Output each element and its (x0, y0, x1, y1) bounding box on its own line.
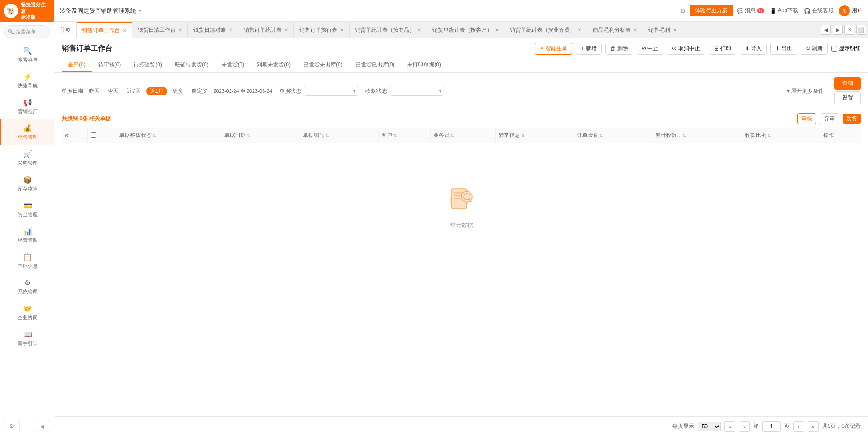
tab-close-icon[interactable]: ✕ (229, 28, 232, 33)
sidebar-item-system[interactable]: ⚙系统管理 (0, 274, 54, 300)
tabs-right-button[interactable]: ▶ (833, 25, 843, 35)
tab-close-icon[interactable]: ✕ (178, 28, 182, 33)
date-option-自定义[interactable]: 自定义 (189, 86, 211, 96)
date-option-近1月[interactable]: 近1月 (146, 87, 168, 95)
online-service-button[interactable]: 🎧 在线客服 (804, 7, 834, 14)
col-header-abnormal[interactable]: 异常信息⇅ (495, 128, 574, 143)
prev-page-button[interactable]: ‹ (739, 421, 750, 432)
tab-cargo-product[interactable]: 销货单统计表（按商品）✕ (350, 22, 427, 38)
date-option-近7天[interactable]: 近7天 (124, 86, 144, 96)
first-page-button[interactable]: « (724, 421, 735, 432)
col-header-customer[interactable]: 客户⇅ (378, 128, 430, 143)
sidebar-collapse-button[interactable]: ◀ (34, 420, 50, 432)
smart-create-button[interactable]: ✦ 智能生单 (535, 43, 572, 55)
payment-select[interactable] (390, 86, 444, 96)
sidebar-item-operation[interactable]: 📊经营管理 (0, 223, 54, 248)
sort-icon[interactable]: ⇅ (451, 133, 454, 138)
cancel-stop-button[interactable]: ⊘ 取消中止 (667, 43, 705, 55)
audit-button[interactable]: 审核 (797, 113, 816, 124)
tabs-close-all-button[interactable]: ✕ (844, 25, 854, 35)
print-button[interactable]: 🖨 打印 (709, 43, 736, 55)
sidebar-item-purchase[interactable]: 🛒采购管理 (0, 145, 54, 171)
tab-cash-daily[interactable]: 钱货日清工作台✕ (132, 22, 188, 38)
col-header-staff[interactable]: 业务员⇅ (430, 128, 495, 143)
last-page-button[interactable]: » (808, 421, 819, 432)
sidebar-item-guide[interactable]: 📖新手引导 (0, 326, 54, 351)
sort-icon[interactable]: ⇅ (599, 133, 603, 138)
tab-cash-reconcile[interactable]: 钱货日清对账✕ (188, 22, 238, 38)
add-button[interactable]: + 新增 (576, 43, 601, 55)
export-button[interactable]: ⬇ 导出 (770, 43, 797, 55)
sidebar-item-finance[interactable]: 💳资金管理 (0, 197, 54, 223)
tab-gross-profit[interactable]: 商品毛利分析表✕ (587, 22, 643, 38)
page-number-input[interactable] (762, 421, 781, 432)
tab-close-icon[interactable]: ✕ (123, 28, 126, 33)
date-option-昨天[interactable]: 昨天 (86, 86, 102, 96)
sub-tab-shipped-not-out[interactable]: 已发货未出库(0) (297, 58, 349, 72)
tabs-left-button[interactable]: ◀ (821, 25, 831, 35)
tab-close-icon[interactable]: ✕ (633, 28, 637, 33)
settings-col-icon[interactable]: ⚙ (64, 133, 69, 139)
next-page-button[interactable]: › (793, 421, 804, 432)
tab-close-icon[interactable]: ✕ (284, 28, 288, 33)
sort-icon[interactable]: ⇅ (393, 133, 397, 138)
import-button[interactable]: ⬆ 导入 (740, 43, 767, 55)
refresh-button[interactable]: ↻ 刷新 (801, 43, 828, 55)
sort-icon[interactable]: ⇅ (153, 133, 156, 138)
sub-tab-pending-review[interactable]: 待审核(0) (92, 58, 128, 72)
sub-tab-wangpu-ship[interactable]: 旺铺待发货(0) (168, 58, 215, 72)
sidebar-item-inventory[interactable]: 📦库存核算 (0, 171, 54, 197)
tab-close-icon[interactable]: ✕ (495, 28, 499, 33)
ship-button[interactable]: 发货 (843, 114, 861, 124)
sidebar-item-sales[interactable]: 💰销售管理 (0, 119, 54, 145)
tab-close-icon[interactable]: ✕ (578, 28, 581, 33)
sub-tab-shipped-out[interactable]: 已发货已出库(0) (349, 58, 401, 72)
search-menu-button[interactable]: 🔍 搜索菜单 (4, 25, 50, 38)
tab-sales-order[interactable]: 销售订单工作台✕ (77, 22, 132, 38)
date-option-今天[interactable]: 今天 (105, 86, 121, 96)
app-download-button[interactable]: 📱 App下载 (770, 7, 798, 14)
sort-icon[interactable]: ⇅ (521, 133, 525, 138)
sidebar-item-search[interactable]: 🔍搜索菜单 (0, 42, 54, 68)
sub-tab-not-printed[interactable]: 未打印单据(0) (401, 58, 447, 72)
message-button[interactable]: 💬 消息 6 (737, 7, 764, 14)
tab-home[interactable]: 首页 (54, 22, 77, 38)
sidebar-item-marketing[interactable]: 📢营销推广 (0, 94, 54, 119)
stop-button[interactable]: ⊘ 中止 (637, 43, 663, 55)
topbar-settings-icon[interactable]: ⚙ (680, 7, 686, 14)
sort-icon[interactable]: ⇅ (247, 133, 250, 138)
detail-checkbox[interactable] (831, 46, 837, 52)
tab-close-icon[interactable]: ✕ (417, 28, 421, 33)
expand-conditions-button[interactable]: ▾ 展开更多条件 (787, 87, 824, 95)
sort-icon[interactable]: ⇅ (326, 133, 329, 138)
sub-tab-overdue-not-shipped[interactable]: 到期未发货(0) (250, 58, 297, 72)
tab-close-icon[interactable]: ✕ (673, 28, 676, 33)
settings-button[interactable]: 设置 (834, 91, 861, 104)
sidebar-item-enterprise[interactable]: 🤝企业协同 (0, 300, 54, 326)
sidebar-settings-button[interactable]: ⚙ (4, 420, 20, 432)
delete-button[interactable]: 🗑 删除 (605, 43, 633, 55)
col-header-status[interactable]: 单据整体状态⇅ (116, 128, 221, 143)
col-header-amount[interactable]: 订单金额⇅ (574, 128, 652, 143)
col-header-ratio[interactable]: 收款比例⇅ (742, 128, 820, 143)
sort-icon[interactable]: ⇅ (682, 133, 686, 138)
sidebar-item-basic[interactable]: 📋基础信息 (0, 248, 54, 274)
col-header-number[interactable]: 单据编号⇅ (300, 128, 378, 143)
sort-icon[interactable]: ⇅ (767, 133, 771, 138)
tab-sales-exec[interactable]: 销售订单执行表✕ (294, 22, 350, 38)
page-size-select[interactable]: 50 10 20 100 (698, 422, 721, 431)
tab-sales-stat[interactable]: 销售订单统计表✕ (238, 22, 294, 38)
select-all-checkbox[interactable] (91, 132, 96, 138)
sub-tab-pending-inspect[interactable]: 待拣验货(0) (127, 58, 168, 72)
tab-cargo-customer[interactable]: 销货单统计表（按客户）✕ (427, 22, 504, 38)
tab-close-icon[interactable]: ✕ (340, 28, 344, 33)
revoke-button[interactable]: 弃审 (820, 113, 839, 124)
date-option-更多[interactable]: 更多 (170, 86, 186, 96)
tab-cargo-staff[interactable]: 销货单统计表（按业务员）✕ (504, 22, 587, 38)
sub-tab-all[interactable]: 全部(0) (62, 58, 92, 72)
tab-sales-more[interactable]: 销售毛利✕ (643, 22, 682, 38)
sidebar-item-quick-nav[interactable]: ⚡快捷导航 (0, 68, 54, 94)
user-menu-button[interactable]: 用 用户 (839, 5, 863, 16)
col-header-date[interactable]: 单据日期⇅ (221, 128, 300, 143)
detail-checkbox-label[interactable]: 显示明细 (831, 45, 861, 52)
